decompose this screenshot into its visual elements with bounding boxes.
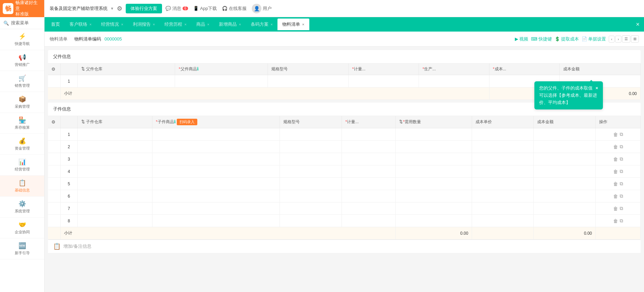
row-product[interactable] (152, 165, 280, 178)
shortcut-btn[interactable]: ⌨ 快捷键 (531, 36, 552, 42)
row-qty[interactable] (396, 165, 472, 178)
row-product[interactable] (152, 128, 280, 141)
row-spec[interactable] (280, 128, 342, 141)
row-unit-cost[interactable] (472, 128, 534, 141)
user-action[interactable]: 👤 用户 (252, 4, 272, 13)
row-spec[interactable] (280, 141, 342, 153)
row-product[interactable] (152, 190, 280, 202)
sidebar-item-marketing[interactable]: 📢 营销推广 (0, 50, 44, 71)
delete-icon[interactable]: 🗑 (613, 218, 618, 224)
delete-icon[interactable]: 🗑 (613, 169, 618, 174)
settings-icon[interactable]: ⚙ (51, 119, 55, 125)
row-unit-cost[interactable] (472, 215, 534, 227)
next-record-btn[interactable]: › (615, 36, 621, 43)
grid-btn[interactable]: ⊞ (631, 35, 639, 43)
messages-action[interactable]: 💬 消息 6 (165, 5, 188, 12)
app-download-action[interactable]: 📱 App下载 (193, 5, 217, 12)
extract-cost-btn[interactable]: 💲 提取成本 (555, 36, 579, 42)
sidebar-item-guide[interactable]: 🆕 新手引导 (0, 238, 44, 259)
search-menu[interactable]: 🔍 搜索菜单 (0, 17, 44, 29)
row-warehouse[interactable] (77, 128, 152, 141)
row-unit[interactable] (342, 190, 395, 202)
close-icon[interactable]: × (121, 22, 123, 26)
delete-icon[interactable]: 🗑 (613, 144, 618, 150)
sidebar-item-inventory[interactable]: 🏪 库存核算 (0, 113, 44, 134)
row-product[interactable] (152, 178, 280, 190)
tab-home[interactable]: 首页 (46, 19, 65, 30)
row-unit[interactable] (342, 141, 395, 153)
delete-icon[interactable]: 🗑 (613, 206, 618, 211)
copy-icon[interactable]: ⧉ (620, 218, 623, 224)
row-unit[interactable] (342, 178, 395, 190)
copy-icon[interactable]: ⧉ (620, 206, 623, 211)
close-icon[interactable]: × (302, 22, 304, 26)
row-spec[interactable] (280, 153, 342, 165)
sidebar-item-purchase[interactable]: 📦 采购管理 (0, 92, 44, 113)
single-settings-btn[interactable]: 📄 单据设置 (582, 36, 606, 42)
copy-icon[interactable]: ⧉ (620, 193, 623, 199)
row-spec[interactable] (280, 178, 342, 190)
row-warehouse[interactable] (77, 153, 152, 165)
row-spec[interactable] (280, 215, 342, 227)
sidebar-item-finance[interactable]: 💰 资金管理 (0, 134, 44, 155)
row-unit[interactable] (342, 128, 395, 141)
row-qty[interactable] (396, 153, 472, 165)
tab-biz-history[interactable]: 经营历程 × (160, 19, 191, 30)
row-warehouse[interactable] (77, 202, 152, 215)
row-warehouse[interactable] (77, 178, 152, 190)
row-unit-cost[interactable] (472, 190, 534, 202)
delete-icon[interactable]: 🗑 (613, 194, 618, 199)
row-warehouse[interactable] (77, 75, 175, 87)
row-product[interactable] (152, 215, 280, 227)
sidebar-item-corp-coop[interactable]: 🤝 企业协同 (0, 218, 44, 238)
copy-icon[interactable]: ⧉ (620, 168, 623, 174)
row-warehouse[interactable] (77, 190, 152, 202)
row-unit[interactable] (342, 202, 395, 215)
delete-icon[interactable]: 🗑 (613, 132, 618, 137)
row-unit[interactable] (342, 153, 395, 165)
tab-new-product[interactable]: 新增商品 × (214, 19, 246, 30)
row-qty[interactable] (396, 141, 472, 153)
row-warehouse[interactable] (77, 215, 152, 227)
row-spec[interactable] (280, 190, 342, 202)
sidebar-item-system[interactable]: ⚙️ 系统管理 (0, 197, 44, 218)
tab-profit-report[interactable]: 利润报告 × (128, 19, 160, 30)
settings-icon[interactable]: ⚙ (117, 5, 122, 12)
row-unit[interactable] (348, 75, 419, 87)
delete-icon[interactable]: 🗑 (613, 156, 618, 162)
sidebar-item-sales[interactable]: 🛒 销售管理 (0, 71, 44, 92)
row-product[interactable] (152, 202, 280, 215)
copy-icon[interactable]: ⧉ (620, 144, 623, 150)
scan-btn[interactable]: 扫码录入 (177, 119, 197, 125)
view-video-btn[interactable]: ▶ 视频 (515, 36, 528, 42)
settings-icon[interactable]: ⚙ (51, 67, 55, 72)
row-qty[interactable] (396, 202, 472, 215)
close-icon[interactable]: × (271, 22, 273, 26)
row-spec[interactable] (280, 202, 342, 215)
tab-bom[interactable]: 物料清单 × (277, 19, 309, 30)
row-product[interactable] (152, 153, 280, 165)
row-spec[interactable] (280, 165, 342, 178)
row-warehouse[interactable] (77, 165, 152, 178)
close-icon[interactable]: × (89, 22, 91, 26)
row-qty[interactable] (396, 215, 472, 227)
close-icon[interactable]: × (239, 22, 241, 26)
row-unit[interactable] (342, 165, 395, 178)
tab-barcode[interactable]: 条码方案 × (246, 19, 277, 30)
sidebar-item-basic-info[interactable]: 📋 基础信息 (0, 176, 44, 197)
close-icon[interactable]: × (207, 22, 209, 26)
copy-icon[interactable]: ⧉ (620, 181, 623, 187)
close-icon[interactable]: × (184, 22, 186, 26)
row-qty[interactable] (396, 190, 472, 202)
copy-icon[interactable]: ⧉ (620, 131, 623, 137)
close-all-tabs-btn[interactable]: × (633, 20, 642, 30)
tooltip-close-btn[interactable]: × (595, 85, 598, 92)
row-qty[interactable] (396, 178, 472, 190)
row-unit[interactable] (342, 215, 395, 227)
sidebar-item-operations[interactable]: 📊 经营管理 (0, 155, 44, 176)
row-product[interactable] (152, 141, 280, 153)
prev-record-btn[interactable]: ‹ (609, 36, 615, 43)
tab-operations-status[interactable]: 经营情况 × (96, 19, 128, 30)
row-warehouse[interactable] (77, 141, 152, 153)
row-unit-cost[interactable] (472, 153, 534, 165)
